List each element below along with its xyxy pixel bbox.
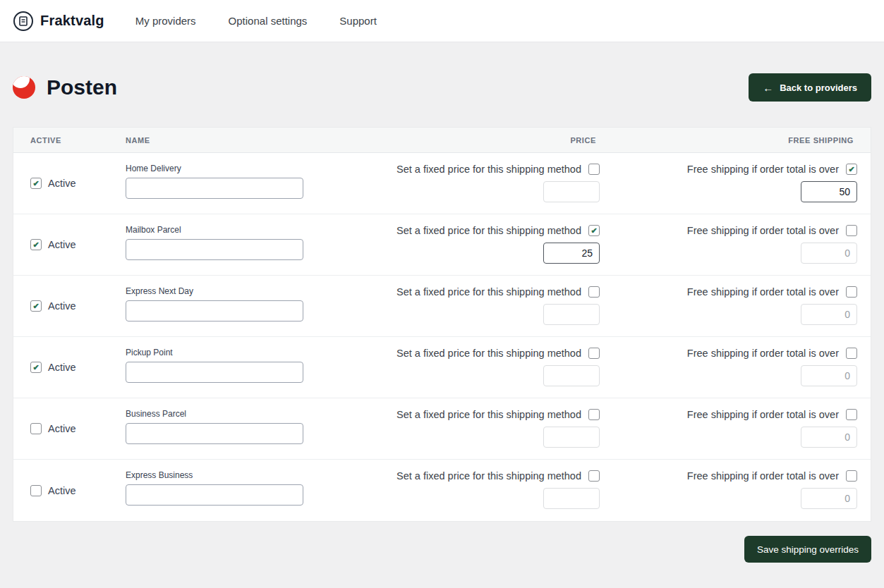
row-name-label: Pickup Point (126, 348, 303, 357)
active-label: Active (48, 239, 76, 250)
back-to-providers-button[interactable]: ← Back to providers (749, 73, 871, 102)
name-cell: Business Parcel (126, 409, 303, 444)
fixed-price-checkbox[interactable] (588, 470, 600, 482)
active-checkbox[interactable] (30, 362, 42, 373)
name-cell: Home Delivery (126, 164, 303, 199)
table-row: Active Pickup Point Set a fixed price fo… (13, 337, 871, 398)
table-body: Active Home Delivery Set a fixed price f… (13, 153, 871, 521)
free-shipping-label: Free shipping if order total is over (687, 348, 839, 359)
free-shipping-input[interactable] (801, 181, 857, 202)
free-shipping-cell: Free shipping if order total is over (600, 164, 857, 202)
table-header-row: Active Name Price Free Shipping (13, 128, 871, 153)
price-cell: Set a fixed price for this shipping meth… (303, 409, 600, 448)
page-content: Posten ← Back to providers Active Name P… (0, 73, 884, 588)
price-cell: Set a fixed price for this shipping meth… (303, 348, 600, 386)
name-cell: Pickup Point (126, 348, 303, 383)
fixed-price-checkbox[interactable] (588, 225, 600, 236)
nav-item-my-providers[interactable]: My providers (135, 15, 196, 27)
name-cell: Express Next Day (126, 286, 303, 321)
fixed-price-checkbox[interactable] (588, 348, 600, 359)
header-name: Name (126, 136, 300, 145)
fixed-price-input[interactable] (543, 488, 600, 509)
fraktvalg-logo-icon (13, 11, 34, 32)
free-shipping-cell: Free shipping if order total is over (600, 348, 857, 386)
arrow-left-icon: ← (763, 82, 773, 93)
free-shipping-input[interactable] (801, 243, 857, 264)
active-label: Active (48, 300, 76, 312)
active-checkbox[interactable] (30, 423, 42, 434)
table-row: Active Express Next Day Set a fixed pric… (13, 276, 871, 337)
table-row: Active Home Delivery Set a fixed price f… (13, 153, 871, 214)
active-cell: Active (30, 178, 126, 189)
active-cell: Active (30, 239, 126, 250)
active-cell: Active (30, 362, 126, 373)
free-shipping-checkbox[interactable] (846, 409, 857, 420)
table-row: Active Express Business Set a fixed pric… (13, 460, 871, 521)
active-checkbox[interactable] (30, 239, 42, 250)
row-name-label: Express Business (126, 470, 303, 480)
fixed-price-checkbox[interactable] (588, 286, 600, 298)
price-cell: Set a fixed price for this shipping meth… (303, 286, 600, 325)
name-input[interactable] (126, 484, 303, 506)
name-input[interactable] (126, 300, 303, 321)
row-name-label: Home Delivery (126, 164, 303, 173)
free-shipping-label: Free shipping if order total is over (687, 286, 839, 298)
price-cell: Set a fixed price for this shipping meth… (303, 164, 600, 202)
row-name-label: Business Parcel (126, 409, 303, 419)
free-shipping-label: Free shipping if order total is over (687, 409, 839, 420)
free-shipping-checkbox[interactable] (846, 225, 857, 236)
free-shipping-checkbox[interactable] (846, 348, 857, 359)
fixed-price-label: Set a fixed price for this shipping meth… (396, 225, 581, 236)
active-checkbox[interactable] (30, 300, 42, 312)
free-shipping-cell: Free shipping if order total is over (600, 225, 857, 264)
fixed-price-input[interactable] (543, 304, 600, 325)
free-shipping-input[interactable] (801, 427, 857, 448)
fixed-price-checkbox[interactable] (588, 409, 600, 420)
fixed-price-label: Set a fixed price for this shipping meth… (396, 348, 581, 359)
price-cell: Set a fixed price for this shipping meth… (303, 470, 600, 509)
free-shipping-label: Free shipping if order total is over (687, 470, 839, 482)
page-header: Posten ← Back to providers (13, 73, 871, 102)
row-name-label: Mailbox Parcel (126, 225, 303, 235)
row-name-label: Express Next Day (126, 286, 303, 296)
active-checkbox[interactable] (30, 485, 42, 496)
brand-name: Fraktvalg (40, 13, 104, 29)
free-shipping-label: Free shipping if order total is over (687, 225, 839, 236)
save-shipping-overrides-button[interactable]: Save shipping overrides (744, 536, 871, 563)
fixed-price-input[interactable] (543, 243, 600, 264)
fixed-price-input[interactable] (543, 365, 600, 386)
fixed-price-label: Set a fixed price for this shipping meth… (396, 470, 581, 482)
header-free-shipping: Free Shipping (596, 136, 854, 145)
name-input[interactable] (126, 423, 303, 444)
free-shipping-input[interactable] (801, 365, 857, 386)
nav-item-support[interactable]: Support (339, 15, 377, 27)
name-input[interactable] (126, 178, 303, 199)
active-label: Active (48, 423, 76, 434)
title-group: Posten (13, 75, 117, 99)
fixed-price-input[interactable] (543, 181, 600, 202)
active-checkbox[interactable] (30, 178, 42, 189)
nav-links: My providers Optional settings Support (135, 15, 377, 27)
top-navbar: Fraktvalg My providers Optional settings… (0, 0, 884, 42)
nav-item-optional-settings[interactable]: Optional settings (229, 15, 308, 27)
name-input[interactable] (126, 362, 303, 383)
page-title: Posten (47, 75, 117, 99)
name-cell: Mailbox Parcel (126, 225, 303, 260)
active-label: Active (48, 178, 76, 189)
footer-actions: Save shipping overrides (13, 536, 871, 588)
table-row: Active Business Parcel Set a fixed price… (13, 398, 871, 460)
name-input[interactable] (126, 239, 303, 260)
free-shipping-input[interactable] (801, 304, 857, 325)
fixed-price-checkbox[interactable] (588, 164, 600, 175)
header-active: Active (30, 136, 126, 145)
free-shipping-label: Free shipping if order total is over (687, 164, 839, 175)
free-shipping-input[interactable] (801, 488, 857, 509)
free-shipping-checkbox[interactable] (846, 470, 857, 482)
free-shipping-checkbox[interactable] (846, 286, 857, 298)
free-shipping-checkbox[interactable] (846, 164, 857, 175)
brand[interactable]: Fraktvalg (13, 11, 104, 32)
free-shipping-cell: Free shipping if order total is over (600, 470, 857, 509)
fixed-price-input[interactable] (543, 427, 600, 448)
active-cell: Active (30, 485, 126, 496)
fixed-price-label: Set a fixed price for this shipping meth… (396, 286, 581, 298)
